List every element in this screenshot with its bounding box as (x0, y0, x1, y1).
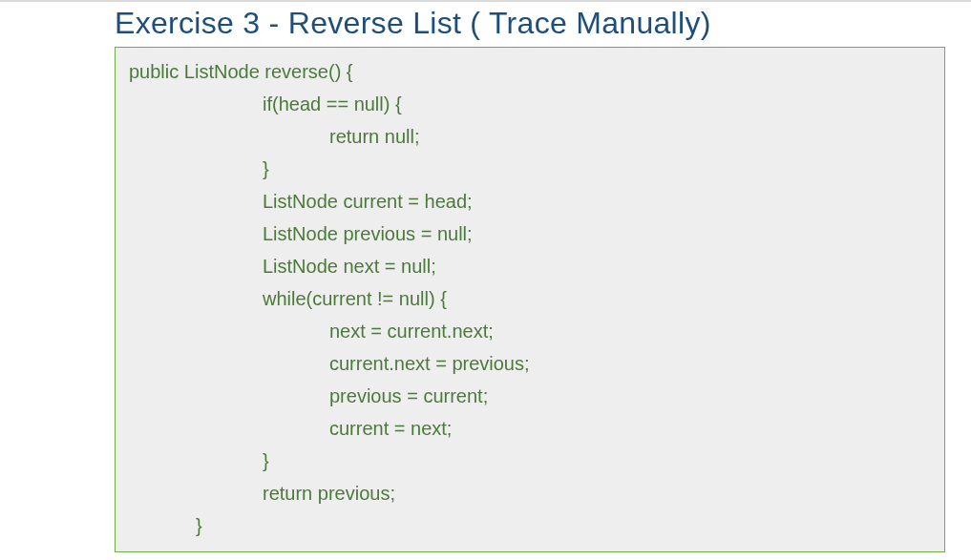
content-container: Exercise 3 - Reverse List ( Trace Manual… (0, 2, 971, 552)
code-line: return null; (129, 120, 931, 153)
code-line: public ListNode reverse() { (129, 55, 931, 88)
code-block: public ListNode reverse() { if(head == n… (115, 47, 945, 552)
code-line: current.next = previous; (129, 347, 931, 380)
code-line: if(head == null) { (129, 88, 931, 120)
code-line: ListNode previous = null; (129, 218, 931, 250)
code-line: } (129, 509, 931, 542)
code-line: } (129, 445, 931, 477)
code-line: previous = current; (129, 380, 931, 412)
code-line: return previous; (129, 477, 931, 509)
code-line: current = next; (129, 412, 931, 445)
code-line: } (129, 153, 931, 185)
code-line: ListNode next = null; (129, 250, 931, 282)
exercise-heading: Exercise 3 - Reverse List ( Trace Manual… (115, 6, 971, 41)
code-line: next = current.next; (129, 315, 931, 347)
code-line: ListNode current = head; (129, 185, 931, 218)
code-line: while(current != null) { (129, 282, 931, 315)
